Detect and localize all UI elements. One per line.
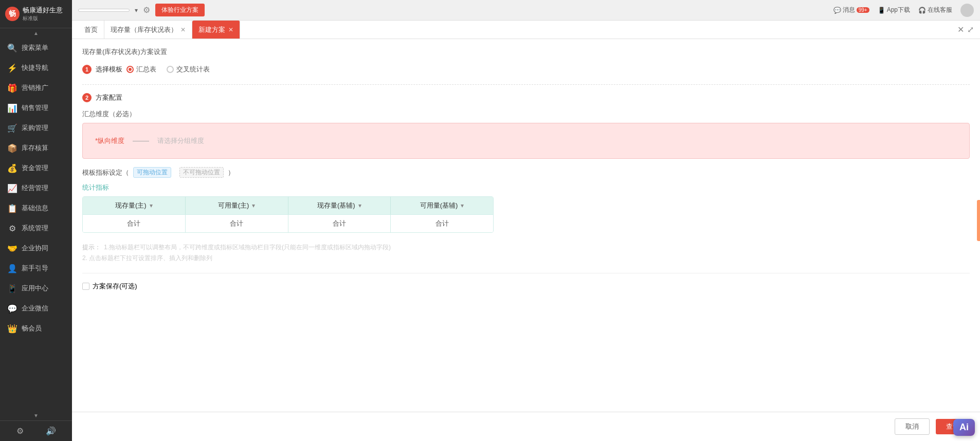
footer-bar: 取消 查询 [72, 412, 980, 441]
sidebar-item-member[interactable]: 👑 畅会员 [0, 319, 72, 339]
tip-1: 1.拖动标题栏可以调整布局，不可跨维度或指标区域拖动栏目字段(只能在同一维度或指… [104, 243, 391, 252]
cancel-button[interactable]: 取消 [895, 418, 930, 435]
app-center-icon: 📱 [7, 284, 17, 293]
app-download-label: App下载 [887, 6, 910, 14]
tip-item-2: 2. 点击标题栏下拉可设置排序、插入列和删除列 [82, 254, 970, 263]
tab-new-plan[interactable]: 新建方案 ✕ [192, 21, 240, 39]
stats-label: 统计指标 [82, 183, 970, 192]
sidebar-item-app-center[interactable]: 📱 应用中心 [0, 279, 72, 299]
volume-icon[interactable]: 🔊 [46, 426, 56, 436]
step2-section: 2 方案配置 汇总维度（必选） *纵向维度 —— 请选择分组维度 模板指标设定（… [82, 93, 970, 291]
col-body-0: 合计 [83, 215, 186, 232]
col-dropdown-2[interactable]: ▾ [358, 202, 361, 209]
sidebar-item-label: 采购管理 [22, 123, 48, 133]
step2-header: 2 方案配置 [82, 93, 970, 102]
dimension-box[interactable]: *纵向维度 —— 请选择分组维度 [82, 123, 970, 159]
logo-icon: 畅 [5, 7, 20, 21]
sidebar-item-label: 销售管理 [22, 103, 48, 113]
sidebar-item-label: 快捷导航 [22, 63, 48, 72]
inventory-icon: 📦 [7, 143, 17, 153]
basic-info-icon: 📋 [7, 204, 17, 213]
dimension-label: 汇总维度（必选） [82, 109, 970, 119]
header-gear-icon[interactable]: ⚙ [143, 5, 150, 15]
header-search-input[interactable] [78, 9, 130, 12]
save-option: 方案保存(可选) [82, 273, 970, 291]
col-sub-0: 合计 [127, 219, 140, 228]
indicator-settings: 模板指标设定（ 可拖动位置 不可拖动位置 ） 统计指标 现存量(主) ▾ [82, 167, 970, 233]
tips-prefix: 提示： [82, 243, 101, 252]
message-button[interactable]: 💬 消息 99+ [833, 6, 869, 14]
operations-icon: 📈 [7, 183, 17, 193]
save-checkbox[interactable] [82, 283, 89, 290]
col-body-3: 合计 [391, 215, 493, 232]
system-icon: ⚙ [7, 224, 17, 233]
col-header-3[interactable]: 可用量(基辅) ▾ [391, 197, 493, 214]
top-header: ▾ ⚙ 体验行业方案 💬 消息 99+ 📱 App下载 🎧 在线客服 [72, 0, 980, 21]
ai-badge[interactable]: Ai [953, 419, 975, 436]
marketing-icon: 🎁 [7, 83, 17, 93]
sales-icon: 📊 [7, 103, 17, 113]
sidebar-item-purchase[interactable]: 🛒 采购管理 [0, 118, 72, 138]
tab-inventory-close[interactable]: ✕ [180, 26, 186, 33]
sidebar-item-system[interactable]: ⚙ 系统管理 [0, 218, 72, 238]
sidebar-scroll-down[interactable]: ▼ [0, 411, 72, 420]
settings-icon[interactable]: ⚙ [16, 426, 24, 436]
sidebar-item-enterprise[interactable]: 🤝 企业协同 [0, 238, 72, 259]
sidebar-item-quick-nav[interactable]: ⚡ 快捷导航 [0, 58, 72, 78]
user-avatar[interactable] [960, 4, 974, 17]
col-header-1[interactable]: 可用量(主) ▾ [186, 197, 288, 214]
col-sub-2: 合计 [333, 219, 346, 228]
col-dropdown-1[interactable]: ▾ [252, 202, 255, 209]
col-dropdown-3[interactable]: ▾ [461, 202, 464, 209]
page-title: 现存量(库存状况表)方案设置 [82, 47, 970, 57]
sidebar-item-operations[interactable]: 📈 经营管理 [0, 178, 72, 198]
sidebar-item-label: 企业协同 [22, 244, 48, 253]
member-icon: 👑 [7, 324, 17, 334]
purchase-icon: 🛒 [7, 123, 17, 133]
sidebar-scroll-up[interactable]: ▲ [0, 28, 72, 38]
close-panel-icon[interactable]: ✕ [957, 25, 964, 34]
sidebar-item-label: 营销推广 [22, 83, 48, 93]
step1-title: 选择模板 [96, 65, 122, 74]
tab-home[interactable]: 首页 [78, 21, 104, 39]
sidebar-item-inventory[interactable]: 📦 库存核算 [0, 138, 72, 158]
header-dropdown[interactable]: ▾ [135, 7, 138, 14]
sidebar-item-new-user[interactable]: 👤 新手引导 [0, 259, 72, 279]
dimension-placeholder: 请选择分组维度 [157, 136, 204, 145]
app-download-button[interactable]: 📱 App下载 [878, 6, 910, 14]
save-label: 方案保存(可选) [93, 282, 137, 291]
tab-new-plan-close[interactable]: ✕ [228, 26, 233, 33]
sidebar-item-marketing[interactable]: 🎁 营销推广 [0, 78, 72, 98]
radio-summary[interactable]: 汇总表 [126, 65, 156, 74]
trial-button[interactable]: 体验行业方案 [155, 4, 205, 16]
tab-inventory[interactable]: 现存量（库存状况表） ✕ [104, 21, 192, 39]
finance-icon: 💰 [7, 163, 17, 173]
enterprise-icon: 🤝 [7, 244, 17, 253]
expand-panel-icon[interactable]: ⤢ [967, 25, 974, 34]
radio-cross-label: 交叉统计表 [176, 65, 210, 74]
sidebar-item-label: 经营管理 [22, 183, 48, 193]
col-dropdown-0[interactable]: ▾ [150, 202, 153, 209]
dropdown-text: ▾ [135, 7, 138, 14]
sidebar-item-sales[interactable]: 📊 销售管理 [0, 98, 72, 118]
app-name: 畅康通好生意 [23, 6, 63, 15]
tips-section: 提示： 1.拖动标题栏可以调整布局，不可跨维度或指标区域拖动栏目字段(只能在同一… [82, 243, 970, 263]
enterprise-wechat-icon: 💬 [7, 304, 17, 314]
col-header-2[interactable]: 现存量(基辅) ▾ [288, 197, 391, 214]
sidebar-item-label: 搜索菜单 [22, 43, 48, 52]
radio-cross[interactable]: 交叉统计表 [167, 65, 210, 74]
sidebar-item-enterprise-wechat[interactable]: 💬 企业微信 [0, 299, 72, 319]
radio-summary-label: 汇总表 [136, 65, 156, 74]
tip-2: 2. 点击标题栏下拉可设置排序、插入列和删除列 [82, 254, 212, 263]
sidebar-item-search[interactable]: 🔍 搜索菜单 [0, 38, 72, 58]
col-label-1: 可用量(主) [218, 201, 249, 210]
online-service-button[interactable]: 🎧 在线客服 [918, 6, 952, 14]
sidebar-item-finance[interactable]: 💰 资金管理 [0, 158, 72, 178]
col-header-0[interactable]: 现存量(主) ▾ [83, 197, 186, 214]
sidebar-item-basic-info[interactable]: 📋 基础信息 [0, 198, 72, 218]
message-badge: 99+ [857, 7, 869, 13]
sidebar-logo: 畅 畅康通好生意 标准版 [0, 0, 72, 28]
sidebar-footer: ⚙ 🔊 [0, 420, 72, 441]
sidebar-item-label: 新手引导 [22, 264, 48, 273]
step1-header: 1 选择模板 汇总表 交叉统计表 [82, 65, 970, 74]
